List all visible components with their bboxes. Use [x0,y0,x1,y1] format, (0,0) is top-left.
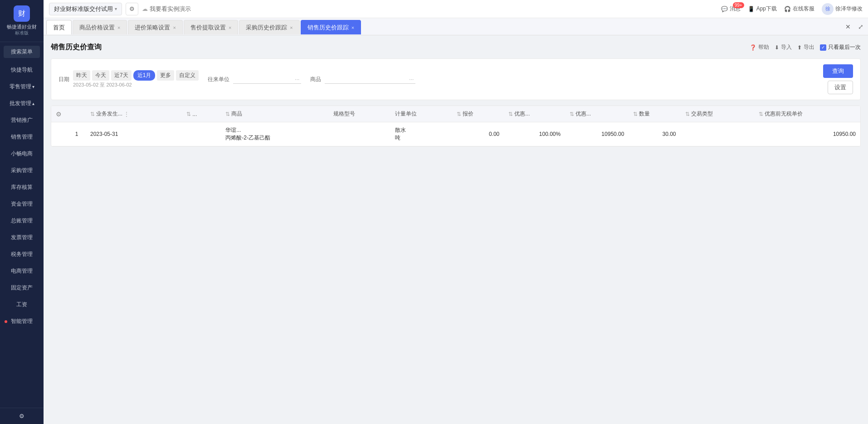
th-discount-val[interactable]: ⇅ 优惠... [565,106,629,122]
sidebar-item-purchase[interactable]: 采购管理 [0,162,44,179]
tab-sale-history-close[interactable]: × [351,25,354,30]
sidebar-item-finance[interactable]: 资金管理 [0,196,44,212]
sidebar-item-ecommerce[interactable]: 电商管理 [0,263,44,279]
supplier-input[interactable]: ··· [233,75,301,84]
th-unit: 计量单位 [390,106,452,122]
sidebar-item-assets[interactable]: 固定资产 [0,279,44,296]
tab-price-settings[interactable]: 商品价格设置 × [73,20,127,34]
export-label: 导出 [804,43,814,51]
supplier-filter-label: 往来单位 [208,76,229,83]
sidebar-item-sales[interactable]: 销售管理 [0,129,44,145]
headset-icon: 🎧 [784,6,791,12]
tab-home-label: 首页 [53,24,65,32]
date-options: 昨天 今天 近7天 近1月 更多 自定义 [73,70,199,81]
td-spec [329,122,390,146]
td-trans-type [681,122,754,146]
tab-purchase-history-label: 采购历史价跟踪 [246,24,287,32]
filter-settings-button[interactable]: 设置 [828,81,853,94]
sidebar-item-wholesale[interactable]: 批发管理▴ [0,95,44,112]
th-trans-type[interactable]: ⇅ 交易类型 [681,106,754,122]
topbar-right-area: 💬 消息 99+ 📱 App下载 🎧 在线客服 徐 徐泽华修改 [721,3,863,15]
table-gear-icon[interactable]: ⚙ [56,111,62,118]
sidebar-item-salary[interactable]: 工资 [0,296,44,313]
window-close-button[interactable]: ✕ [844,22,853,31]
message-icon: 💬 [721,6,728,12]
search-menu-button[interactable]: 搜索菜单 [4,46,40,58]
sidebar-item-invoice[interactable]: 发票管理 [0,229,44,246]
tab-purchase-strategy-close[interactable]: × [173,25,176,30]
tab-sale-extract-label: 售价提取设置 [190,24,226,32]
th-goods[interactable]: ⇅ 商品 [221,106,329,122]
table-row: 1 2023-05-31 华谊... 丙烯酸-2-乙基己酯 [51,122,860,146]
sidebar-item-ledger[interactable]: 总账管理 [0,212,44,229]
query-button[interactable]: 查询 [823,64,853,78]
tab-sale-extract-close[interactable]: × [229,25,231,30]
date-last1m-btn[interactable]: 近1月 [133,70,156,81]
date-more-btn[interactable]: 更多 [157,70,174,81]
th-biz-date[interactable]: ⇅ 业务发生... ⋮ [86,106,182,122]
app-download-button[interactable]: 📱 App下载 [748,5,777,13]
topbar-settings-button[interactable]: ⚙ [126,3,138,15]
last-only-checkbox[interactable]: ✓ [820,44,826,51]
online-service-button[interactable]: 🎧 在线客服 [784,5,814,13]
sidebar-settings-button[interactable]: ⚙ [0,408,44,424]
th-more[interactable]: ⇅ ... [182,106,221,122]
goods-input[interactable]: ··· [325,75,415,84]
tab-home[interactable]: 首页 [46,20,72,34]
th-price[interactable]: ⇅ 报价 [452,106,504,122]
date-custom-btn[interactable]: 自定义 [176,70,199,81]
td-index: 1 [68,122,86,146]
date-today-btn[interactable]: 今天 [92,70,109,81]
th-discount-pct[interactable]: ⇅ 优惠... [504,106,565,122]
goods-ellipsis-icon[interactable]: ··· [409,76,414,82]
data-table-container: ⚙ ⇅ 业务发生... ⋮ ⇅ [51,106,861,147]
date-range-display: 2023-05-02 至 2023-06-02 [73,82,199,88]
th-trans-type-label: 交易类型 [691,110,713,118]
supplier-ellipsis-icon[interactable]: ··· [295,76,299,82]
user-menu[interactable]: 徐 徐泽华修改 [822,3,863,15]
td-goods: 华谊... 丙烯酸-2-乙基己酯 [221,122,329,146]
window-controls: ✕ ⤢ [844,22,865,31]
date-yesterday-btn[interactable]: 昨天 [73,70,90,81]
sidebar-item-inventory[interactable]: 库存核算 [0,179,44,196]
tab-purchase-history[interactable]: 采购历史价跟踪 × [239,20,299,34]
sidebar-item-tax[interactable]: 税务管理 [0,246,44,263]
th-pretax-price[interactable]: ⇅ 优惠前无税单价 [754,106,860,122]
th-discount-pct-label: 优惠... [514,110,530,118]
user-avatar: 徐 [822,3,834,15]
sidebar-item-smart[interactable]: 智能管理 [0,313,44,330]
tab-purchase-strategy[interactable]: 进价策略设置 × [128,20,182,34]
export-icon: ⬆ [797,44,802,51]
messages-button[interactable]: 💬 消息 99+ [721,5,741,13]
version-selector[interactable]: 好业财标准版交付试用 ▾ [49,3,122,15]
sidebar-item-xiaochange[interactable]: 小畅电商 [0,145,44,162]
sidebar-item-quicknav[interactable]: 快捷导航 [0,62,44,78]
tab-sale-history[interactable]: 销售历史价跟踪 × [301,20,361,34]
demo-button[interactable]: ☁ 我要看实例演示 [142,5,191,13]
sidebar-search-area[interactable]: 搜索菜单 [0,42,44,62]
import-link[interactable]: ⬇ 导入 [775,43,792,51]
window-maximize-button[interactable]: ⤢ [856,22,865,31]
export-link[interactable]: ⬆ 导出 [797,43,814,51]
settings-gear-icon: ⚙ [19,413,24,419]
help-link[interactable]: ❓ 帮助 [750,43,769,51]
tab-purchase-history-close[interactable]: × [290,25,293,30]
tab-purchase-strategy-label: 进价策略设置 [135,24,170,32]
th-goods-label: 商品 [231,110,242,118]
last-only-label: 只看最后一次 [828,43,861,51]
tab-sale-extract[interactable]: 售价提取设置 × [184,20,238,34]
last-only-checkbox-label[interactable]: ✓ 只看最后一次 [820,43,861,51]
filter-bar: 日期 昨天 今天 近7天 近1月 更多 自定义 2023-05-02 至 202… [51,58,861,100]
th-qty[interactable]: ⇅ 数量 [629,106,680,122]
sidebar-item-marketing[interactable]: 营销推广 [0,112,44,129]
retail-arrow-icon: ▾ [32,84,34,89]
supplier-filter-group: 往来单位 ··· [208,75,301,84]
td-goods-full: 丙烯酸-2-乙基己酯 [225,134,324,142]
sidebar-item-retail[interactable]: 零售管理▾ [0,78,44,95]
version-chevron-icon: ▾ [115,6,117,11]
table-head: ⚙ ⇅ 业务发生... ⋮ ⇅ [51,106,860,122]
help-icon: ❓ [750,44,756,51]
tab-price-settings-close[interactable]: × [117,25,120,30]
date-last7-btn[interactable]: 近7天 [111,70,132,81]
online-service-label: 在线客服 [793,5,814,13]
